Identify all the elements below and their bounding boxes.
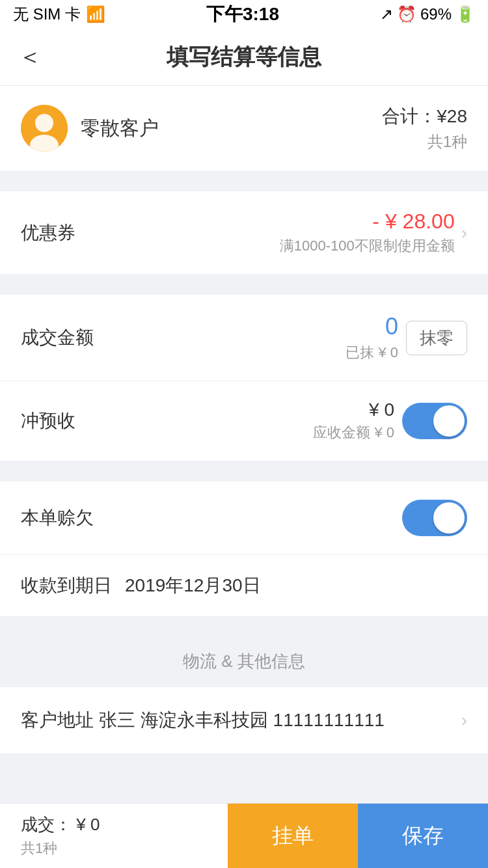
coupon-section: 优惠券 - ¥ 28.00 满1000-100不限制使用金额 ›: [0, 191, 488, 274]
credit-right: [402, 500, 467, 536]
divider-3: [0, 471, 488, 481]
transaction-input[interactable]: [346, 313, 398, 340]
transaction-row: 成交金额 已抹 ¥ 0 抹零: [0, 295, 488, 381]
transaction-values: 已抹 ¥ 0: [346, 313, 398, 362]
total-count: 共1种: [382, 131, 467, 152]
credit-section: 本单赊欠 收款到期日 2019年12月30日: [0, 481, 488, 616]
bottom-transaction-label: 成交：: [21, 815, 72, 834]
location-icon: ↗: [380, 5, 393, 23]
customer-name: 零散客户: [81, 115, 159, 142]
transaction-right: 已抹 ¥ 0 抹零: [346, 313, 467, 362]
due-date-value: 2019年12月30日: [125, 573, 261, 598]
transaction-sub: 已抹 ¥ 0: [346, 343, 398, 362]
address-row[interactable]: 客户地址 张三 海淀永丰科技园 11111111111 ›: [0, 687, 488, 753]
bottom-bar: 成交： ¥ 0 共1种 挂单 保存: [0, 803, 488, 868]
divider-2: [0, 284, 488, 295]
hang-button[interactable]: 挂单: [228, 804, 358, 868]
prepayment-toggle[interactable]: [402, 403, 467, 439]
status-right: ↗ ⏰ 69% 🔋: [380, 5, 475, 23]
battery-percent: 69%: [420, 5, 452, 23]
battery-icon: 🔋: [455, 5, 475, 23]
prepayment-amount: ¥ 0: [313, 400, 394, 420]
round-button[interactable]: 抹零: [406, 321, 467, 355]
prepayment-row: 冲预收 ¥ 0 应收金额 ¥ 0: [0, 381, 488, 461]
coupon-subtitle: 满1000-100不限制使用金额: [280, 236, 455, 256]
address-section: 客户地址 张三 海淀永丰科技园 11111111111 ›: [0, 687, 488, 753]
transaction-section: 成交金额 已抹 ¥ 0 抹零 冲预收 ¥ 0 应收金额 ¥ 0: [0, 295, 488, 461]
alarm-icon: ⏰: [397, 5, 416, 23]
bottom-info: 成交： ¥ 0 共1种: [0, 804, 228, 868]
svg-point-1: [35, 114, 53, 132]
toggle-knob: [433, 405, 465, 437]
divider-1: [0, 181, 488, 191]
credit-toggle[interactable]: [402, 500, 467, 536]
logistics-divider-text: 物流 & 其他信息: [183, 651, 305, 671]
address-label: 客户地址: [21, 708, 99, 733]
due-date-row[interactable]: 收款到期日 2019年12月30日: [0, 555, 488, 616]
back-button[interactable]: ＜: [18, 41, 42, 73]
customer-row[interactable]: 零散客户 合计：¥28 共1种: [0, 86, 488, 170]
prepayment-label: 冲预收: [21, 409, 75, 433]
save-button[interactable]: 保存: [358, 804, 488, 868]
sim-status: 无 SIM 卡: [13, 4, 81, 25]
status-time: 下午3:18: [206, 2, 279, 27]
transaction-label: 成交金额: [21, 325, 94, 350]
credit-label: 本单赊欠: [21, 506, 94, 530]
customer-avatar: [21, 105, 68, 152]
address-chevron-icon: ›: [461, 710, 467, 731]
coupon-discount: - ¥ 28.00: [280, 210, 455, 234]
coupon-values: - ¥ 28.00 满1000-100不限制使用金额: [280, 210, 455, 256]
prepayment-values: ¥ 0 应收金额 ¥ 0: [313, 400, 394, 442]
coupon-chevron-icon: ›: [461, 223, 467, 243]
credit-toggle-knob: [433, 502, 465, 534]
nav-bar: ＜ 填写结算等信息: [0, 29, 488, 86]
status-bar: 无 SIM 卡 📶 下午3:18 ↗ ⏰ 69% 🔋: [0, 0, 488, 29]
total-amount: 合计：¥28: [382, 104, 467, 129]
page-title: 填写结算等信息: [167, 42, 321, 72]
credit-row: 本单赊欠: [0, 481, 488, 555]
customer-section: 零散客户 合计：¥28 共1种: [0, 86, 488, 170]
coupon-row[interactable]: 优惠券 - ¥ 28.00 满1000-100不限制使用金额 ›: [0, 191, 488, 274]
avatar-icon: [21, 105, 68, 152]
bottom-transaction: 成交： ¥ 0: [21, 813, 228, 836]
customer-totals: 合计：¥28 共1种: [382, 104, 467, 152]
address-value: 张三 海淀永丰科技园 11111111111: [99, 708, 461, 733]
wifi-icon: 📶: [86, 5, 105, 23]
prepayment-sub: 应收金额 ¥ 0: [313, 423, 394, 442]
divider-4: [0, 627, 488, 637]
bottom-count: 共1种: [21, 839, 228, 858]
logistics-divider: 物流 & 其他信息: [0, 637, 488, 686]
customer-left: 零散客户: [21, 105, 159, 152]
due-date-label: 收款到期日: [21, 573, 112, 598]
prepayment-right: ¥ 0 应收金额 ¥ 0: [313, 400, 467, 442]
bottom-transaction-value: ¥ 0: [76, 815, 100, 834]
status-left: 无 SIM 卡 📶: [13, 4, 105, 25]
coupon-label: 优惠券: [21, 221, 75, 245]
